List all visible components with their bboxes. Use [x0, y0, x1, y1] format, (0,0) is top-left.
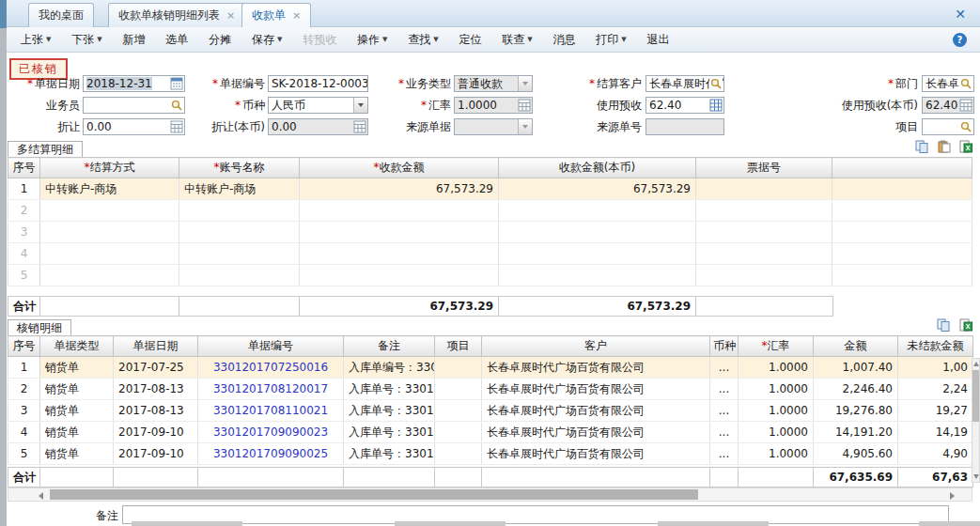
calculator-icon[interactable]: [959, 99, 972, 112]
toolbar-print-button[interactable]: 打印▼: [587, 27, 634, 52]
toolbar-locate-button[interactable]: 定位: [450, 27, 490, 52]
horizontal-scrollbar[interactable]: [8, 487, 972, 502]
chevron-down-icon: ▼: [382, 36, 387, 43]
clipped-button: [658, 521, 769, 526]
toolbar-find-button[interactable]: 查找▼: [399, 27, 446, 52]
scroll-down-icon[interactable]: [973, 474, 979, 479]
col-header-doc-type: 单据类型: [40, 336, 114, 357]
toolbar-linked-query-button[interactable]: 联查▼: [493, 27, 540, 52]
chevron-down-icon[interactable]: [518, 76, 532, 91]
tab-my-desktop[interactable]: 我的桌面: [28, 3, 94, 27]
grid-icon[interactable]: [709, 99, 723, 112]
writeoff-row[interactable]: 1 销货单 2017-07-25 3301201707250016 入库单编号：…: [8, 357, 973, 379]
doc-no-label: *单据编号: [186, 75, 265, 92]
toolbar-save-button[interactable]: 保存▼: [243, 27, 290, 52]
discount-field[interactable]: 0.00: [83, 118, 185, 135]
settlement-total-row: 合计 67,573.29 67,573.29: [8, 296, 833, 317]
total-amount: 67,635.69: [814, 468, 898, 487]
doc-no-field[interactable]: SK-2018-12-0003: [268, 75, 368, 92]
chevron-down-icon: ▼: [433, 36, 438, 43]
scroll-left-icon[interactable]: [39, 492, 43, 500]
receipt-voucher-window: 我的桌面 收款单核销明细列表× 收款单× ✕ 上张▼ 下张▼ 新增 选单 分摊 …: [0, 0, 980, 526]
settlement-empty-row[interactable]: 2: [8, 200, 972, 222]
writeoff-total-row: 合计 67,635.69 67,63: [8, 467, 973, 487]
doc-no-link[interactable]: 3301201708120017: [198, 379, 344, 400]
copy-icon[interactable]: [937, 318, 951, 332]
toolbar-apportion-button[interactable]: 分摊: [200, 27, 240, 52]
tab-label: 收款单: [252, 8, 286, 22]
col-header-unsettled: 未结款金额: [898, 336, 973, 357]
copy-icon[interactable]: [915, 140, 929, 153]
col-header-currency: 币种: [710, 336, 739, 357]
calculator-icon[interactable]: [353, 120, 366, 133]
writeoff-row[interactable]: 2 销货单 2017-08-13 3301201708120017 入库单号：3…: [8, 379, 973, 400]
settlement-empty-row[interactable]: 5: [8, 265, 972, 286]
project-field[interactable]: [922, 118, 974, 135]
remark-label: 备注: [66, 506, 118, 525]
horizontal-scroll-thumb[interactable]: [50, 489, 698, 500]
use-advance-local-label: 使用预收(本币): [808, 97, 918, 114]
toolbar-select-doc-button[interactable]: 选单: [157, 27, 196, 52]
calculator-icon[interactable]: [518, 99, 531, 112]
remark-input[interactable]: [122, 505, 949, 524]
use-advance-local-field[interactable]: 62.40: [922, 97, 974, 114]
toolbar-exit-button[interactable]: 退出: [639, 27, 678, 52]
toolbar-message-button[interactable]: 消息: [544, 27, 583, 52]
doc-no-link[interactable]: 3301201709090025: [198, 443, 344, 465]
search-icon[interactable]: [170, 99, 183, 112]
writeoff-row[interactable]: 3 销货单 2017-08-13 3301201708110021 入库单号：3…: [8, 400, 973, 422]
settlement-empty-row[interactable]: 3: [8, 222, 972, 243]
toolbar-new-button[interactable]: 新增: [114, 27, 153, 52]
doc-date-field[interactable]: 2018-12-31: [83, 75, 185, 92]
use-advance-field[interactable]: 62.40: [646, 97, 724, 114]
help-icon[interactable]: ?: [953, 33, 967, 47]
doc-no-link[interactable]: 3301201709090023: [198, 422, 344, 443]
search-icon[interactable]: [959, 77, 972, 90]
biz-type-select[interactable]: 普通收款: [454, 75, 533, 92]
toolbar-next-button[interactable]: 下张▼: [63, 27, 110, 52]
paste-icon[interactable]: [937, 140, 951, 153]
export-excel-icon[interactable]: [958, 318, 972, 332]
doc-no-link[interactable]: 3301201707250016: [198, 357, 344, 379]
settlement-row[interactable]: 1 中转账户-商场 中转账户-商场 67,573.29 67,573.29: [8, 178, 972, 200]
writeoff-header-row: 序号 单据类型 单据日期 单据编号 备注 项目 客户 币种 *汇率 金额 未结款…: [8, 336, 973, 357]
vertical-scrollbar[interactable]: [972, 358, 980, 483]
writeoff-grid-actions: [933, 318, 972, 333]
department-field[interactable]: 长春卓展: [922, 75, 974, 92]
chevron-down-icon: ▼: [527, 36, 532, 43]
calendar-icon[interactable]: [170, 77, 183, 90]
close-icon[interactable]: ×: [226, 9, 235, 22]
settle-customer-field[interactable]: 长春卓展时代广场: [646, 75, 724, 92]
settlement-detail-tab[interactable]: 多结算明细: [8, 141, 83, 158]
scroll-up-icon[interactable]: [973, 362, 979, 366]
exchange-rate-field[interactable]: 1.0000: [454, 97, 533, 114]
search-icon[interactable]: [959, 120, 972, 133]
source-no-field[interactable]: [646, 118, 724, 135]
source-doc-select[interactable]: [454, 118, 533, 135]
scroll-right-icon[interactable]: [950, 492, 955, 500]
settlement-empty-row[interactable]: 4: [8, 243, 972, 265]
chevron-down-icon[interactable]: [353, 98, 367, 113]
tab-writeoff-detail-list[interactable]: 收款单核销明细列表×: [108, 3, 245, 27]
toolbar-prev-button[interactable]: 上张▼: [12, 27, 59, 52]
export-excel-icon[interactable]: [958, 140, 972, 153]
currency-select[interactable]: 人民币: [268, 97, 368, 114]
project-label: 项目: [844, 118, 918, 135]
writeoff-detail-tab[interactable]: 核销明细: [8, 319, 71, 336]
window-close-icon[interactable]: ✕: [950, 5, 971, 23]
col-header-amount-local: 收款金额(本币): [499, 158, 696, 178]
toolbar-to-advance-button: 转预收: [294, 27, 345, 52]
toolbar-operation-button[interactable]: 操作▼: [349, 27, 396, 52]
writeoff-row[interactable]: 4 销货单 2017-09-10 3301201709090023 入库单号：3…: [8, 422, 973, 443]
chevron-down-icon[interactable]: [518, 119, 532, 134]
discount-local-field[interactable]: 0.00: [268, 118, 368, 135]
salesman-field[interactable]: [83, 97, 185, 114]
chevron-down-icon: ▼: [97, 36, 101, 43]
vertical-scroll-thumb[interactable]: [972, 370, 979, 422]
doc-no-link[interactable]: 3301201708110021: [198, 400, 344, 422]
calculator-icon[interactable]: [170, 120, 183, 133]
writeoff-row[interactable]: 5 销货单 2017-09-10 3301201709090025 入库单号：3…: [8, 443, 973, 465]
tab-receipt-voucher[interactable]: 收款单×: [241, 3, 311, 27]
search-icon[interactable]: [709, 77, 723, 90]
close-icon[interactable]: ×: [292, 9, 301, 22]
